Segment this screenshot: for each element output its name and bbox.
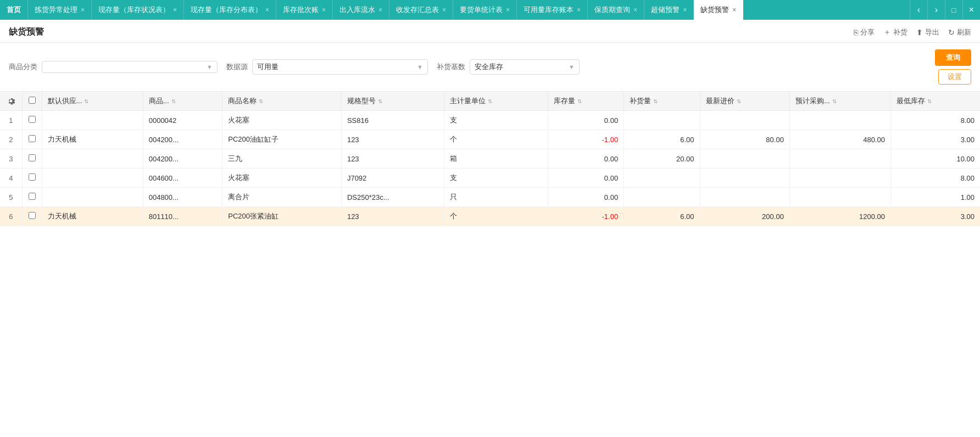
cell-supplier-2 [42,149,143,169]
row-checkbox-3[interactable] [29,173,36,181]
cell-code-3: 004600... [143,169,222,188]
cell-est_purchase-3 [789,169,890,188]
cell-spec-0: SS816 [341,111,444,130]
nav-tab-stock-dist[interactable]: 现存量（库存分布表）× [184,0,276,20]
replenish-button[interactable]: ＋ 补货 [883,27,907,37]
nav-tab-close-flow[interactable]: × [378,6,382,14]
cell-index-2: 3 [0,149,22,169]
th-name[interactable]: 商品名称 ⇅ [222,92,342,111]
th-est-purchase[interactable]: 预计采购... ⇅ [789,92,890,111]
sort-name-icon: ⇅ [259,98,263,104]
th-settings[interactable] [0,92,22,111]
settings-button[interactable]: 设置 [938,69,971,85]
datasource-select-arrow: ▼ [417,64,423,70]
cell-index-0: 1 [0,111,22,130]
nav-tab-close-exception[interactable]: × [81,6,85,14]
share-icon: ⎘ [854,28,858,37]
select-all-checkbox[interactable] [29,97,36,104]
datasource-label: 数据源 [226,62,248,72]
nav-tab-order-stats[interactable]: 要货单统计表× [453,0,517,20]
sort-code-icon: ⇅ [171,98,176,104]
refresh-icon: ↻ [948,28,955,37]
nav-tab-flow[interactable]: 出入库流水× [333,0,389,20]
table-header-row: 默认供应... ⇅ 商品... ⇅ 商品名称 ⇅ [0,92,980,111]
header-actions: ⎘ 分享 ＋ 补货 ⬆ 导出 ↻ 刷新 [854,27,971,37]
cell-checkbox-2[interactable] [22,149,42,169]
table-row: 10000042火花塞SS816支0.008.00 [0,111,980,130]
th-checkbox[interactable] [22,92,42,111]
th-replenish[interactable]: 补货量 ⇅ [624,92,700,111]
cell-replenish-2: 20.00 [624,149,700,169]
share-button[interactable]: ⎘ 分享 [854,27,875,37]
filter-bar: 商品分类 ▼ 数据源 可用量 ▼ 补货基数 安全库存 ▼ 查询 设置 [0,43,980,91]
refresh-button[interactable]: ↻ 刷新 [948,27,971,37]
nav-tab-expiry[interactable]: 保质期查询× [588,0,644,20]
nav-tab-shortage[interactable]: 缺货预警× [694,0,743,20]
nav-tab-close-overstock[interactable]: × [683,6,687,14]
nav-prev-button[interactable]: ‹ [910,0,927,20]
th-code[interactable]: 商品... ⇅ [143,92,222,111]
cell-index-5: 6 [0,207,22,226]
export-button[interactable]: ⬆ 导出 [916,27,939,37]
nav-tab-close-available-ledger[interactable]: × [577,6,581,14]
query-button[interactable]: 查询 [935,49,971,66]
nav-tab-exception[interactable]: 拣货异常处理× [28,0,92,20]
export-label: 导出 [925,27,939,37]
cell-est_purchase-1: 480.00 [789,130,890,149]
cell-latest_price-4 [700,188,789,207]
th-spec[interactable]: 规格型号 ⇅ [341,92,444,111]
cell-est_purchase-2 [789,149,890,169]
th-unit[interactable]: 主计量单位 ⇅ [444,92,548,111]
cell-checkbox-1[interactable] [22,130,42,149]
nav-tab-home[interactable]: 首页 [0,0,28,20]
cell-checkbox-4[interactable] [22,188,42,207]
nav-tab-close-stock-dist[interactable]: × [265,6,269,14]
th-supplier[interactable]: 默认供应... ⇅ [42,92,143,111]
row-checkbox-5[interactable] [29,212,36,219]
nav-restore-button[interactable]: □ [945,0,962,20]
th-stock[interactable]: 库存量 ⇅ [548,92,623,111]
replenish-select[interactable]: 安全库存 ▼ [470,59,580,75]
nav-tab-close-batch-account[interactable]: × [322,6,326,14]
refresh-label: 刷新 [957,27,971,37]
nav-tab-close-stock-status[interactable]: × [173,6,177,14]
cell-checkbox-3[interactable] [22,169,42,188]
datasource-select[interactable]: 可用量 ▼ [252,59,428,75]
cell-stock-3: 0.00 [548,169,623,188]
gear-icon [7,97,15,105]
nav-tab-batch-account[interactable]: 库存批次账× [276,0,333,20]
row-checkbox-0[interactable] [29,116,36,123]
nav-tab-receive-summary[interactable]: 收发存汇总表× [389,0,453,20]
share-label: 分享 [860,27,875,37]
cell-latest_price-5: 200.00 [700,207,789,226]
nav-bar: 首页拣货异常处理×现存量（库存状况表）×现存量（库存分布表）×库存批次账×出入库… [0,0,980,20]
cell-spec-1: 123 [341,130,444,149]
table-row: 2力天机械004200...PC200油缸缸子123个-1.006.0080.0… [0,130,980,149]
cell-stock-2: 0.00 [548,149,623,169]
nav-tab-overstock[interactable]: 超储预警× [644,0,694,20]
nav-tab-close-shortage[interactable]: × [732,6,736,14]
cell-replenish-4 [624,188,700,207]
category-select[interactable]: ▼ [42,61,218,73]
cell-code-2: 004200... [143,149,222,169]
nav-tab-close-order-stats[interactable]: × [506,6,510,14]
cell-unit-3: 支 [444,169,548,188]
cell-spec-4: DS250*23c... [341,188,444,207]
cell-latest_price-1: 80.00 [700,130,789,149]
sort-supplier-icon: ⇅ [84,98,88,104]
cell-checkbox-0[interactable] [22,111,42,130]
nav-tab-close-receive-summary[interactable]: × [442,6,446,14]
nav-close-button[interactable]: × [962,0,980,20]
nav-tab-stock-status[interactable]: 现存量（库存状况表）× [92,0,184,20]
th-latest-price[interactable]: 最新进价 ⇅ [700,92,789,111]
th-min-stock[interactable]: 最低库存 ⇅ [891,92,980,111]
nav-tab-available-ledger[interactable]: 可用量库存账本× [517,0,588,20]
cell-checkbox-5[interactable] [22,207,42,226]
row-checkbox-2[interactable] [29,154,36,161]
page-title: 缺货预警 [9,26,854,38]
cell-latest_price-3 [700,169,789,188]
nav-next-button[interactable]: › [927,0,945,20]
row-checkbox-4[interactable] [29,193,36,200]
nav-tab-close-expiry[interactable]: × [633,6,637,14]
row-checkbox-1[interactable] [29,135,36,142]
